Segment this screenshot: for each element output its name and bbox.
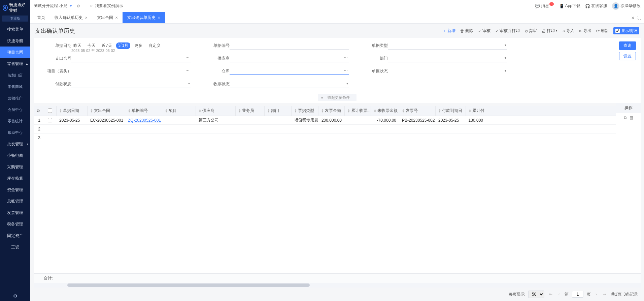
doc-type-select[interactable]: ▾	[388, 41, 507, 50]
app-download-button[interactable]: 📱 App下载	[559, 3, 580, 9]
settings-gear-icon[interactable]: ⚙	[0, 291, 30, 301]
sort-icon[interactable]: ▲▼	[347, 109, 350, 113]
user-menu[interactable]: 👤 徐泽华修改	[612, 2, 641, 10]
col-biz[interactable]: ▲▼业务员	[236, 106, 265, 116]
copy-icon[interactable]: ⧉	[624, 115, 627, 120]
warehouse-input[interactable]: ⋯	[230, 67, 349, 75]
sort-icon[interactable]: ▲▼	[238, 109, 241, 113]
sidebar-item[interactable]: 项目合同	[0, 47, 30, 58]
audit-button[interactable]: ✓审核	[478, 28, 490, 34]
sort-icon[interactable]: ▲▼	[199, 109, 201, 113]
col-project[interactable]: ▲▼项目	[162, 106, 196, 116]
sort-icon[interactable]: ▲▼	[438, 109, 441, 113]
supplier-input[interactable]: ⋯	[230, 54, 349, 62]
sort-icon[interactable]: ▲▼	[90, 109, 93, 113]
import-button[interactable]: ⇥导入	[562, 28, 574, 34]
last-page-button[interactable]: ⇥	[602, 292, 608, 297]
contract-input[interactable]: ⋯	[71, 54, 191, 62]
sidebar-item[interactable]: 搜索菜单	[0, 24, 30, 35]
col-cum[interactable]: ▲▼累计付	[466, 106, 486, 116]
prev-page-button[interactable]: ‹	[557, 292, 561, 297]
sidebar-item[interactable]: 库存核算	[0, 173, 30, 184]
more-icon[interactable]: ⋯	[185, 55, 190, 60]
sidebar-item[interactable]: 批发管理▾	[0, 138, 30, 150]
col-idx[interactable]: ⚙	[34, 106, 45, 116]
sidebar-subitem[interactable]: 帮助中心	[0, 127, 30, 138]
close-icon[interactable]: ✕	[158, 16, 160, 20]
sidebar-item[interactable]: 采购管理	[0, 161, 30, 173]
col-contract[interactable]: ▲▼支出合同	[88, 106, 125, 116]
date-chip[interactable]: 自定义	[146, 42, 163, 49]
project-input[interactable]: ⋯	[71, 67, 191, 75]
sort-icon[interactable]: ▲▼	[321, 109, 324, 113]
more-icon[interactable]: ⋯	[344, 68, 348, 73]
col-chk[interactable]	[45, 106, 57, 116]
discard-button[interactable]: ⊘弃审	[524, 28, 537, 34]
col-recv[interactable]: ▲▼累计收票...	[345, 106, 371, 116]
del-button[interactable]: 🗑删除	[460, 28, 473, 34]
page-input[interactable]	[572, 291, 583, 298]
sort-icon[interactable]: ▲▼	[267, 109, 270, 113]
tab[interactable]: 收入确认单历史✕	[50, 12, 92, 23]
dept-select[interactable]: ▾	[388, 54, 507, 62]
qr-icon[interactable]: ▦	[630, 115, 633, 120]
gear-icon[interactable]: ⚙	[36, 109, 40, 113]
page-size-select[interactable]: 50	[528, 291, 544, 298]
more-icon[interactable]: ⋯	[185, 68, 190, 73]
messages-button[interactable]: 💬 消息 8	[535, 3, 554, 9]
receipt-status-select[interactable]: ▾	[230, 80, 349, 88]
col-no[interactable]: ▲▼单据编号	[125, 106, 162, 116]
sort-icon[interactable]: ▲▼	[59, 109, 62, 113]
sort-icon[interactable]: ▲▼	[128, 109, 131, 113]
auditprint-button[interactable]: ✓审核并打印	[495, 28, 520, 34]
close-all-icon[interactable]: ✕	[631, 16, 635, 20]
sidebar-item[interactable]: 总账管理	[0, 195, 30, 207]
pay-status-select[interactable]: ▾	[71, 80, 191, 88]
sort-icon[interactable]: ▲▼	[469, 109, 471, 113]
more-icon[interactable]: ⋯	[344, 55, 348, 60]
col-due[interactable]: ▲▼付款到期日	[436, 106, 466, 116]
customer-service-button[interactable]: 🎧 在线客服	[585, 3, 607, 9]
demo-link[interactable]: ☞ 我要看实例演示	[85, 3, 123, 9]
horizontal-scrollbar[interactable]	[34, 283, 641, 288]
table-row[interactable]: 3	[34, 133, 641, 142]
refresh-button[interactable]: ⟳刷新	[596, 28, 609, 34]
flow-selector[interactable]: 测试分开流程-小兄 ▾	[34, 3, 72, 9]
sidebar-subitem[interactable]: 零售统计	[0, 115, 30, 127]
collapse-filters-button[interactable]: ≡ 收起更多条件	[318, 94, 357, 101]
query-button[interactable]: 查询	[619, 41, 636, 50]
export-button[interactable]: ⇤导出	[579, 28, 591, 34]
sort-icon[interactable]: ▲▼	[294, 109, 297, 113]
first-page-button[interactable]: ⇤	[548, 292, 554, 297]
flow-settings-icon[interactable]: ⚙	[76, 4, 80, 8]
sidebar-subitem[interactable]: 营销推广	[0, 92, 30, 104]
expand-icon[interactable]: ⛶	[637, 16, 641, 20]
col-invtype[interactable]: ▲▼票据类型	[292, 106, 318, 116]
sidebar-item[interactable]: 工资	[0, 241, 30, 253]
sort-icon[interactable]: ▲▼	[165, 109, 168, 113]
sidebar-item[interactable]: 零售管理▲	[0, 58, 30, 69]
row-checkbox[interactable]	[48, 118, 52, 122]
add-button[interactable]: ＋新增	[442, 28, 455, 34]
sidebar-item[interactable]: 小畅电商	[0, 150, 30, 161]
sidebar-item[interactable]: 发票管理	[0, 207, 30, 218]
tab[interactable]: 支出确认单历史✕	[123, 12, 165, 23]
date-chip[interactable]: 今天	[86, 42, 98, 49]
sidebar-subitem[interactable]: 零售商城	[0, 81, 30, 92]
sidebar-item[interactable]: 快捷导航	[0, 35, 30, 47]
close-icon[interactable]: ✕	[85, 16, 88, 20]
col-supplier[interactable]: ▲▼供应商	[196, 106, 236, 116]
date-chip[interactable]: 昨天	[71, 42, 83, 49]
col-invno[interactable]: ▲▼发票号	[399, 106, 436, 116]
tab[interactable]: 首页	[32, 12, 50, 23]
col-unrecv[interactable]: ▲▼未收票金额	[371, 106, 399, 116]
print-button[interactable]: 🖨打印 ▾	[542, 28, 557, 34]
col-date[interactable]: ▲▼单据日期	[57, 106, 88, 116]
tab[interactable]: 支出合同✕	[92, 12, 123, 23]
sidebar-item[interactable]: 资金管理	[0, 184, 30, 195]
select-all-checkbox[interactable]	[48, 109, 52, 113]
sort-icon[interactable]: ▲▼	[374, 109, 376, 113]
sidebar-item[interactable]: 税务管理	[0, 218, 30, 230]
date-chip[interactable]: 更多	[132, 42, 144, 49]
table-row[interactable]: 12023-05-25EC-20230525-001ZQ-20230525-00…	[34, 116, 641, 125]
